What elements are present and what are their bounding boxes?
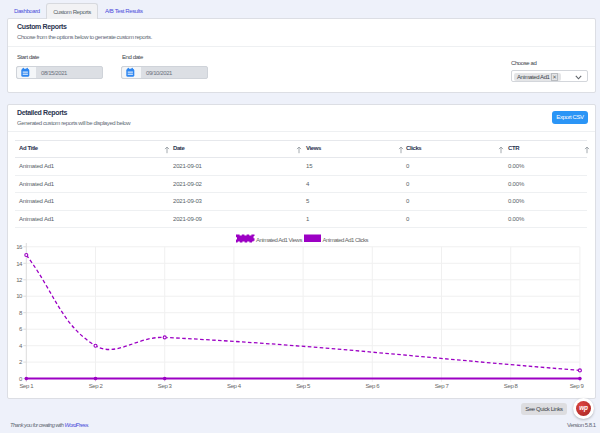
- svg-text:14: 14: [16, 261, 23, 267]
- svg-text:8: 8: [19, 310, 23, 316]
- svg-text:Sep 2: Sep 2: [89, 383, 104, 389]
- svg-text:Sep 4: Sep 4: [227, 383, 242, 389]
- svg-text:4: 4: [19, 343, 23, 349]
- svg-text:16: 16: [16, 244, 23, 250]
- svg-text:Sep 8: Sep 8: [504, 383, 519, 389]
- svg-text:Sep 5: Sep 5: [296, 383, 311, 389]
- svg-text:Sep 7: Sep 7: [435, 383, 450, 389]
- svg-text:Sep 9: Sep 9: [570, 383, 585, 389]
- svg-text:Sep 3: Sep 3: [158, 383, 173, 389]
- svg-text:6: 6: [19, 326, 23, 332]
- svg-text:Sep 6: Sep 6: [365, 383, 380, 389]
- svg-text:Animated Ad1 Views: Animated Ad1 Views: [256, 237, 302, 243]
- svg-text:2: 2: [19, 359, 23, 365]
- svg-text:12: 12: [16, 277, 23, 283]
- svg-text:Animated Ad1 Clicks: Animated Ad1 Clicks: [323, 237, 369, 243]
- svg-text:0: 0: [19, 376, 23, 382]
- svg-text:Sep 1: Sep 1: [19, 383, 34, 389]
- svg-text:10: 10: [16, 293, 23, 299]
